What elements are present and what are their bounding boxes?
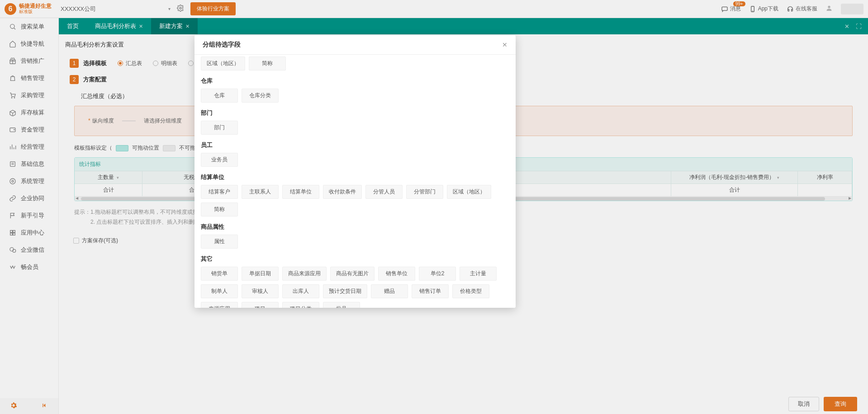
field-chip[interactable]: 价格类型 (452, 284, 489, 298)
group-title: 仓库 (201, 77, 514, 85)
field-chip[interactable]: 结算客户 (201, 185, 238, 199)
group-title: 结算单位 (201, 173, 514, 181)
group-title: 其它 (201, 255, 514, 263)
field-chip[interactable]: 仓库分类 (242, 89, 279, 103)
field-chip[interactable]: 制单人 (201, 284, 238, 298)
field-chip[interactable]: 赠品 (371, 284, 408, 298)
field-chip[interactable]: 仓库 (201, 89, 238, 103)
group-title: 员工 (201, 141, 514, 149)
field-chip[interactable]: 区域（地区） (447, 185, 491, 199)
field-chip[interactable]: 分管人员 (365, 185, 403, 199)
modal-field-picker: 分组待选字段 ✕ 客户客户分类分管部门分管人员主联系方式主联系人邮政编码区域（地… (194, 35, 516, 308)
field-chip[interactable]: 项目 (242, 302, 279, 308)
field-chip[interactable]: 主联系人 (242, 185, 279, 199)
field-chip[interactable]: 结算单位 (282, 185, 319, 199)
field-chip[interactable]: 销货单 (201, 267, 238, 281)
chip-row: 部门 (201, 121, 514, 135)
field-chip[interactable]: 商品来源应用 (282, 267, 327, 281)
modal-title: 分组待选字段 (203, 41, 241, 49)
field-chip[interactable]: 分管部门 (406, 185, 443, 199)
chip-row: 结算客户主联系人结算单位收付款条件分管人员分管部门区域（地区）简称 (201, 185, 514, 216)
chip-row: 仓库仓库分类 (201, 89, 514, 103)
field-chip[interactable]: 区域（地区） (201, 56, 245, 71)
group-title: 商品属性 (201, 223, 514, 231)
modal-header: 分组待选字段 ✕ (194, 35, 516, 55)
field-chip[interactable]: 简称 (249, 56, 286, 71)
field-chip[interactable]: 预计交货日期 (323, 284, 367, 298)
chip-row: 销货单单据日期商品来源应用商品有无图片销售单位单位2主计量制单人审核人出库人预计… (201, 267, 514, 308)
field-chip[interactable]: 出库人 (282, 284, 319, 298)
field-chip[interactable]: 审核人 (242, 284, 279, 298)
chip-row: 区域（地区）简称 (201, 56, 514, 71)
field-chip[interactable]: 属性 (201, 235, 238, 249)
field-chip[interactable]: 简称 (201, 202, 238, 216)
field-chip[interactable]: 部门 (201, 121, 238, 135)
field-chip[interactable]: 批号 (323, 302, 360, 308)
field-chip[interactable]: 收付款条件 (323, 185, 362, 199)
group-title: 部门 (201, 109, 514, 117)
chip-row: 属性 (201, 235, 514, 249)
field-chip[interactable]: 单位2 (419, 267, 456, 281)
field-chip[interactable]: 销售单位 (378, 267, 415, 281)
field-chip[interactable]: 销售订单 (412, 284, 449, 298)
close-icon[interactable]: ✕ (502, 41, 508, 48)
field-chip[interactable]: 业务员 (201, 153, 238, 167)
field-chip[interactable]: 项目分类 (282, 302, 319, 308)
field-chip[interactable]: 主计量 (460, 267, 497, 281)
modal-body: 客户客户分类分管部门分管人员主联系方式主联系人邮政编码区域（地区）简称仓库仓库仓… (194, 55, 516, 308)
field-chip[interactable]: 商品有无图片 (330, 267, 375, 281)
chip-row: 业务员 (201, 153, 514, 167)
field-chip[interactable]: 来源应用 (201, 302, 238, 308)
field-chip[interactable]: 单据日期 (242, 267, 279, 281)
modal-scroll[interactable]: 客户客户分类分管部门分管人员主联系方式主联系人邮政编码区域（地区）简称仓库仓库仓… (201, 55, 516, 308)
